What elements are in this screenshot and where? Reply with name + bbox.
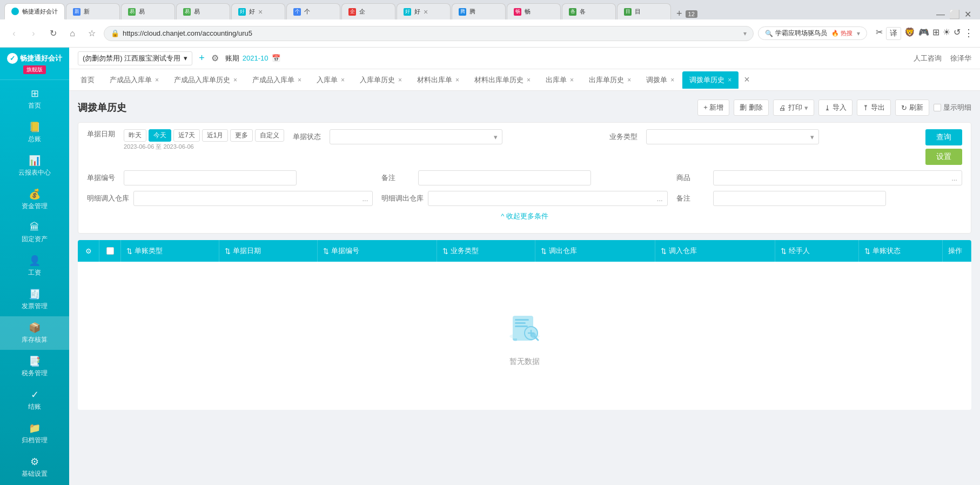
7days-button[interactable]: 近7天: [173, 129, 200, 142]
query-button[interactable]: 查询: [925, 129, 962, 145]
print-dropdown[interactable]: ▾: [804, 104, 808, 112]
th-num[interactable]: ⇅ 单据编号: [318, 240, 438, 262]
page-tab-home[interactable]: 首页: [73, 71, 102, 89]
th-date[interactable]: ⇅ 单据日期: [219, 240, 318, 262]
goods-selector[interactable]: ...: [713, 170, 962, 185]
page-tab-transfer-history-close[interactable]: ×: [728, 76, 731, 84]
sidebar-item-report[interactable]: 📊 云报表中心: [0, 149, 69, 183]
browser-close-button[interactable]: ✕: [964, 9, 971, 19]
user-name[interactable]: 徐泽华: [950, 54, 971, 63]
scissors-icon[interactable]: ✂: [876, 27, 883, 40]
browser-minimize-button[interactable]: —: [936, 10, 945, 19]
detail-out-selector[interactable]: ...: [428, 191, 667, 206]
select-all-checkbox[interactable]: [106, 247, 114, 255]
service-link[interactable]: 人工咨询: [914, 54, 942, 63]
sidebar-item-archive[interactable]: 📁 归档管理: [0, 417, 69, 450]
page-tab-product-in-history[interactable]: 产成品入库单历史 ×: [167, 71, 244, 89]
delete-button[interactable]: 删 删除: [734, 99, 769, 116]
undo-icon[interactable]: ↺: [954, 27, 961, 40]
browser-tab-close-4[interactable]: ×: [258, 8, 263, 16]
page-tab-in-history[interactable]: 入库单历史 ×: [353, 71, 409, 89]
address-bar-dropdown[interactable]: ▾: [743, 30, 747, 37]
th-status[interactable]: ⇅ 单账状态: [859, 240, 943, 262]
page-tab-out-history[interactable]: 出库单历史 ×: [582, 71, 638, 89]
refresh-button[interactable]: ↻: [45, 26, 61, 41]
home-button[interactable]: ⌂: [65, 26, 80, 41]
page-tab-out-order[interactable]: 出库单 ×: [539, 71, 581, 89]
browser-tab-active[interactable]: 畅捷通好会计: [4, 3, 65, 19]
search-dropdown[interactable]: ▾: [857, 30, 860, 37]
page-tab-in-order[interactable]: 入库单 ×: [310, 71, 352, 89]
docnum-input[interactable]: [124, 170, 297, 185]
th-type[interactable]: ⇅ 单账类型: [121, 240, 219, 262]
sidebar-item-tax[interactable]: 📑 税务管理: [0, 350, 69, 383]
page-tab-product-in-close[interactable]: ×: [155, 76, 159, 84]
add-company-button[interactable]: +: [199, 52, 205, 64]
calendar-icon[interactable]: 📅: [272, 54, 280, 62]
custom-date-button[interactable]: 自定义: [255, 129, 284, 142]
grid-icon[interactable]: ⊞: [932, 27, 939, 40]
browser-tab-9[interactable]: 畅 畅: [507, 3, 561, 19]
th-in[interactable]: ⇅ 调入仓库: [655, 240, 775, 262]
th-checkbox[interactable]: [99, 240, 121, 262]
sidebar-item-invoice[interactable]: 🧾 发票管理: [0, 283, 69, 316]
1month-button[interactable]: 近1月: [202, 129, 229, 142]
back-button[interactable]: ‹: [6, 26, 22, 41]
collapse-button[interactable]: ^ 收起更多条件: [501, 211, 548, 221]
detail-in-selector[interactable]: ...: [133, 191, 373, 206]
page-tab-material-out[interactable]: 材料出库单 ×: [410, 71, 466, 89]
menu-icon[interactable]: ⋮: [964, 27, 974, 40]
import-button[interactable]: ⤓ 导入: [818, 99, 853, 116]
biztype-select[interactable]: ▾: [646, 129, 819, 144]
browser-tab-10[interactable]: 各 各: [562, 3, 616, 19]
filter-settings-button[interactable]: 设置: [925, 149, 962, 165]
browser-tab-11[interactable]: 目 目: [617, 3, 671, 19]
browser-tab-6[interactable]: 企 企: [341, 3, 395, 19]
page-tab-transfer[interactable]: 调拨单 ×: [639, 71, 681, 89]
gamepad-icon[interactable]: 🎮: [918, 27, 929, 40]
page-tab-product-in2[interactable]: 产成品入库单 ×: [245, 71, 308, 89]
page-tab-in-order-close[interactable]: ×: [341, 76, 345, 84]
show-all-toggle[interactable]: 显示明细: [934, 103, 971, 112]
settings-gear-icon[interactable]: ⚙: [211, 53, 219, 63]
close-all-tabs-button[interactable]: ×: [744, 74, 750, 85]
page-tab-product-in-history-close[interactable]: ×: [233, 76, 237, 84]
page-tab-product-in[interactable]: 产成品入库单 ×: [103, 71, 166, 89]
brightness-icon[interactable]: ☀: [943, 27, 950, 40]
sidebar-item-settings[interactable]: ⚙ 基础设置: [0, 450, 69, 484]
browser-tab-1[interactable]: 新 新: [66, 3, 120, 19]
print-button[interactable]: 🖨 打印 ▾: [773, 99, 814, 116]
period-value[interactable]: 2021-10: [243, 54, 269, 62]
page-tab-material-out-close[interactable]: ×: [455, 76, 459, 84]
detail-remark-input[interactable]: [713, 191, 886, 206]
browser-tab-7[interactable]: 好 好 ×: [397, 3, 451, 19]
sidebar-item-home[interactable]: ⊞ 首页: [0, 82, 69, 116]
yesterday-button[interactable]: 昨天: [124, 129, 146, 142]
th-out[interactable]: ⇅ 调出仓库: [535, 240, 655, 262]
browser-tab-3[interactable]: 易 易: [176, 3, 230, 19]
today-button[interactable]: 今天: [149, 129, 171, 142]
page-tab-product-in2-close[interactable]: ×: [298, 76, 301, 84]
browser-restore-button[interactable]: ⬜: [949, 9, 960, 19]
new-button[interactable]: + 新增: [697, 99, 729, 116]
translate-icon[interactable]: 译: [886, 27, 901, 40]
browser-tab-2[interactable]: 易 易: [121, 3, 175, 19]
forward-button[interactable]: ›: [26, 26, 41, 41]
new-tab-button[interactable]: +: [676, 8, 682, 19]
page-tab-out-history-close[interactable]: ×: [627, 76, 631, 84]
page-tab-material-out-history-close[interactable]: ×: [527, 76, 531, 84]
refresh-table-button[interactable]: ↻ 刷新: [895, 99, 929, 116]
browser-tab-close-7[interactable]: ×: [424, 8, 428, 16]
sidebar-item-fixed[interactable]: 🏛 固定资产: [0, 216, 69, 249]
browser-tab-5[interactable]: 个 个: [286, 3, 340, 19]
company-selector[interactable]: (勿删勿禁用) 江西服宝测试专用 ▾: [78, 51, 192, 65]
sidebar-item-ledger[interactable]: 📒 总账: [0, 116, 69, 149]
page-tab-transfer-close[interactable]: ×: [670, 76, 674, 84]
status-select[interactable]: ▾: [330, 129, 502, 144]
more-date-button[interactable]: 更多: [230, 129, 253, 142]
th-biztype[interactable]: ⇅ 业务类型: [437, 240, 535, 262]
sidebar-item-capital[interactable]: 💰 资金管理: [0, 183, 69, 216]
browser-tab-4[interactable]: 好 好 ×: [231, 3, 285, 19]
page-tab-transfer-history[interactable]: 调拨单历史 ×: [682, 71, 739, 89]
th-settings[interactable]: ⚙: [78, 240, 99, 262]
